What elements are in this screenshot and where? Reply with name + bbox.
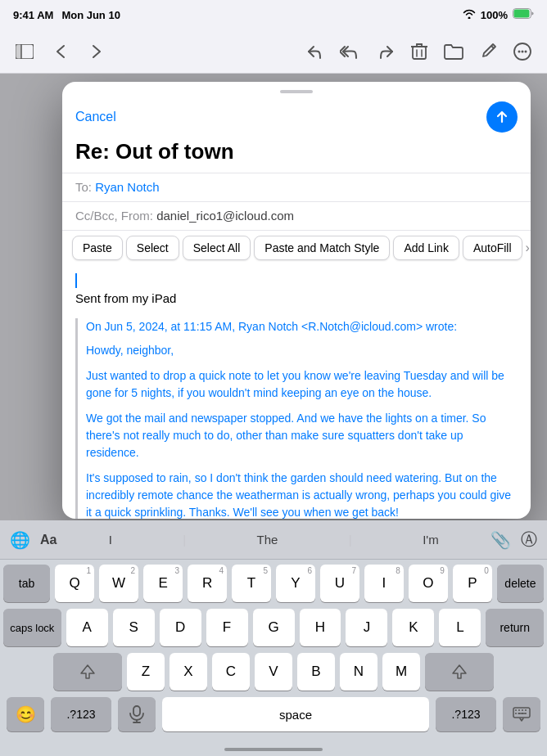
key-h[interactable]: H <box>300 609 341 646</box>
cancel-button[interactable]: Cancel <box>75 110 116 124</box>
wifi-icon <box>463 7 476 22</box>
compose-icon[interactable] <box>473 37 503 66</box>
key-m[interactable]: M <box>382 653 420 691</box>
key-p[interactable]: 0 P <box>453 565 492 602</box>
email-body[interactable]: Sent from my iPad On Jun 5, 2024, at 11:… <box>62 265 531 519</box>
sidebar-toggle-icon[interactable] <box>10 37 39 66</box>
key-d[interactable]: D <box>160 609 201 646</box>
key-caps-lock[interactable]: caps lock <box>3 609 61 646</box>
battery-percent: 100% <box>481 9 508 21</box>
toolbar-right-group <box>301 37 537 66</box>
kb-toolbar-left: 🌐 Aa <box>10 530 57 550</box>
forward-icon[interactable] <box>370 37 400 66</box>
send-button[interactable] <box>486 101 518 133</box>
more-icon[interactable] <box>508 37 537 66</box>
key-space[interactable]: space <box>162 697 429 731</box>
kb-word-the[interactable]: The <box>257 533 278 547</box>
key-shift-left[interactable] <box>53 653 122 691</box>
key-w[interactable]: 2 W <box>99 565 138 602</box>
key-l[interactable]: L <box>439 609 481 646</box>
key-shift-right[interactable] <box>425 653 494 691</box>
context-toolbar: Paste Select Select All Paste and Match … <box>62 230 531 265</box>
svg-line-12 <box>491 46 494 48</box>
svg-rect-17 <box>133 706 140 716</box>
kb-word-i[interactable]: I <box>109 533 112 547</box>
autofill-button[interactable]: AutoFill <box>463 236 522 260</box>
kb-word-im[interactable]: I'm <box>423 533 439 547</box>
key-r[interactable]: 4 R <box>188 565 227 602</box>
key-k[interactable]: K <box>392 609 434 646</box>
reply-icon[interactable] <box>301 37 331 66</box>
keyboard-area: 🌐 Aa I | The | I'm 📎 Ⓐ tab 1 Q 2 <box>0 520 547 756</box>
prev-message-icon[interactable] <box>46 37 75 66</box>
key-n[interactable]: N <box>340 653 377 691</box>
key-numsym-right[interactable]: .?123 <box>436 697 496 731</box>
kb-toolbar-center: I | The | I'm <box>57 533 490 547</box>
context-menu-more-icon[interactable]: › <box>526 236 530 259</box>
key-numsym-left[interactable]: .?123 <box>51 697 111 731</box>
key-s[interactable]: S <box>113 609 155 646</box>
key-emoji[interactable]: 😊 <box>7 697 44 731</box>
folder-icon[interactable] <box>439 37 468 66</box>
to-value[interactable]: Ryan Notch <box>95 180 159 194</box>
next-message-icon[interactable] <box>82 37 111 66</box>
cc-row: Cc/Bcc, From: daniel_rico1@icloud.com <box>62 201 531 230</box>
key-g[interactable]: G <box>253 609 295 646</box>
key-mic[interactable] <box>118 697 156 731</box>
keyboard-keys: tab 1 Q 2 W 3 E 4 R 5 T 6 <box>0 560 547 735</box>
key-tab[interactable]: tab <box>3 565 50 602</box>
key-y[interactable]: 6 Y <box>276 565 315 602</box>
kb-attach-icon[interactable]: 📎 <box>490 530 511 550</box>
key-b[interactable]: B <box>297 653 335 691</box>
kb-format-icon[interactable]: 🌐 <box>10 530 30 550</box>
subject-text[interactable]: Re: Out of town <box>75 139 518 164</box>
key-j[interactable]: J <box>346 609 387 646</box>
key-q[interactable]: 1 Q <box>55 565 94 602</box>
modal-header: Cancel <box>62 98 531 139</box>
reply-all-icon[interactable] <box>336 37 365 66</box>
key-return[interactable]: return <box>486 609 544 646</box>
battery-icon <box>513 7 534 22</box>
select-button[interactable]: Select <box>126 236 179 260</box>
svg-rect-5 <box>413 47 426 59</box>
key-delete[interactable]: delete <box>497 565 544 602</box>
quoted-header: On Jun 5, 2024, at 11:15 AM, Ryan Notch … <box>86 318 518 335</box>
to-label: To: <box>75 180 95 194</box>
svg-rect-3 <box>16 44 21 59</box>
paste-button[interactable]: Paste <box>72 236 123 260</box>
key-v[interactable]: V <box>255 653 292 691</box>
key-keyboard-dismiss[interactable] <box>503 697 540 731</box>
kb-aa-button[interactable]: Aa <box>40 533 57 547</box>
key-c[interactable]: C <box>212 653 250 691</box>
add-link-button[interactable]: Add Link <box>393 236 459 260</box>
key-a[interactable]: A <box>66 609 108 646</box>
cc-label: Cc/Bcc, From: daniel_rico1@icloud.com <box>75 209 294 223</box>
kb-row-bottom: 😊 .?123 space .?123 <box>3 697 544 731</box>
select-all-button[interactable]: Select All <box>183 236 251 260</box>
mail-toolbar <box>0 29 547 74</box>
text-cursor <box>75 273 77 288</box>
home-indicator <box>224 748 323 751</box>
key-o[interactable]: 9 O <box>409 565 448 602</box>
key-t[interactable]: 5 T <box>232 565 271 602</box>
paste-match-button[interactable]: Paste and Match Style <box>254 236 390 260</box>
quoted-para-3: We got the mail and newspaper stopped. A… <box>86 410 518 461</box>
key-e[interactable]: 3 E <box>143 565 183 602</box>
kb-dictate-icon[interactable]: Ⓐ <box>521 529 537 551</box>
drag-handle <box>280 90 313 93</box>
kb-row-2: caps lock A S D F G H J K L return <box>3 609 544 646</box>
sent-from-text: Sent from my iPad <box>75 291 518 305</box>
kb-row-3: Z X C V B N M <box>3 653 544 691</box>
key-f[interactable]: F <box>206 609 248 646</box>
svg-point-15 <box>522 50 524 52</box>
key-x[interactable]: X <box>170 653 207 691</box>
quoted-content: On Jun 5, 2024, at 11:15 AM, Ryan Notch … <box>75 318 518 519</box>
key-i[interactable]: 8 I <box>364 565 404 602</box>
kb-toolbar-right: 📎 Ⓐ <box>490 529 537 551</box>
key-u[interactable]: 7 U <box>320 565 359 602</box>
status-right: 100% <box>463 7 534 22</box>
to-row: To: Ryan Notch <box>62 173 531 201</box>
key-z[interactable]: Z <box>127 653 165 691</box>
quoted-para-2: Just wanted to drop a quick note to let … <box>86 367 518 402</box>
trash-icon[interactable] <box>405 37 434 66</box>
